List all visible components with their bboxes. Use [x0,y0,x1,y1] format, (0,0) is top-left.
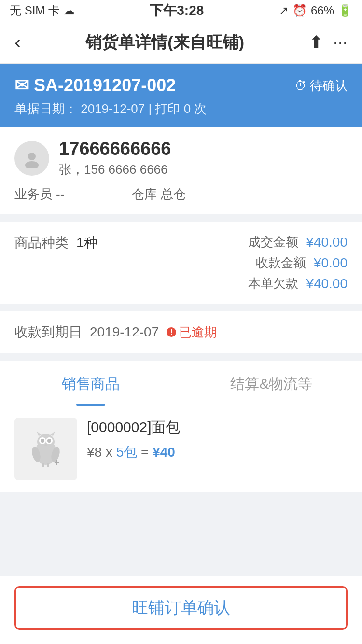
tabs-row: 销售商品 结算&物流等 [0,361,362,406]
print-info: 打印 0 次 [155,101,207,116]
location-icon: ↗ [279,4,289,17]
customer-meta: 业务员 -- 仓库 总仓 [14,186,348,203]
tabs-section: 销售商品 结算&物流等 [0,361,362,492]
overdue-badge: ! 已逾期 [167,324,217,341]
nav-bar: ‹ 销货单详情(来自旺铺) ⬆ ··· [0,21,362,64]
salesman-value: -- [56,187,64,202]
overdue-text: 已逾期 [179,324,217,341]
share-button[interactable]: ⬆ [309,32,323,53]
product-qty: 5包 [116,445,138,460]
status-text: 待确认 [310,77,348,94]
product-item: + [0000002]面包 ¥8 x 5包 = ¥40 [0,406,362,492]
product-info: [0000002]面包 ¥8 x 5包 = ¥40 [87,418,348,462]
deal-amount-label: 成交金额 [248,234,298,251]
svg-point-0 [28,153,36,160]
content-space [0,492,362,588]
customer-section: 17666666666 张，156 6666 6666 业务员 -- 仓库 总仓 [0,127,362,214]
order-date-row: 单据日期： 2019-12-07 | 打印 0 次 [14,100,348,117]
received-label: 收款金额 [256,254,306,271]
customer-name: 张，156 6666 6666 [59,161,171,178]
product-multiply: x [106,445,116,460]
due-date-label: 收款到期日 [14,323,82,341]
sim-status: 无 SIM 卡 ☁ [10,3,75,18]
status-right: ↗ ⏰ 66% 🔋 [279,4,352,17]
svg-point-6 [41,439,44,443]
product-price-row: ¥8 x 5包 = ¥40 [87,443,348,462]
product-thumbnail: + [14,418,77,480]
svg-point-1 [25,161,39,168]
overdue-icon: ! [167,327,176,337]
svg-text:+: + [54,457,60,468]
due-date-section: 收款到期日 2019-12-07 ! 已逾期 [0,311,362,353]
order-id-icon: ✉ [14,75,29,96]
product-name: [0000002]面包 [87,418,348,437]
status-time: 下午3:28 [150,1,204,20]
order-id-row: ✉ SA-20191207-002 [14,75,176,96]
bottom-bar: 旺铺订单确认 [0,576,362,644]
status-clock-icon: ⏱ [294,78,307,93]
confirm-order-button[interactable]: 旺铺订单确认 [14,586,348,630]
customer-phone: 17666666666 [59,139,171,159]
finance-section: 商品种类 1种 成交金额 ¥40.00 收款金额 ¥0.00 本单欠款 ¥40.… [0,222,362,304]
svg-marker-10 [50,431,55,436]
salesman-label: 业务员 [14,186,52,203]
deal-amount-value: ¥40.00 [306,235,348,250]
warehouse-value: 总仓 [161,186,186,203]
date-separator: | [148,101,155,116]
product-equals: = [141,445,153,460]
product-type-value: 1种 [76,234,97,252]
date-label: 单据日期： [14,101,77,116]
back-button[interactable]: ‹ [14,31,21,53]
warehouse-label: 仓库 [132,186,157,203]
status-left: 无 SIM 卡 ☁ [10,3,75,18]
order-id-text: SA-20191207-002 [34,75,176,96]
page-title: 销货单详情(来自旺铺) [85,31,244,54]
alarm-icon: ⏰ [292,4,307,17]
status-bar: 无 SIM 卡 ☁ 下午3:28 ↗ ⏰ 66% 🔋 [0,0,362,21]
balance-label: 本单欠款 [248,275,298,292]
order-header: ✉ SA-20191207-002 ⏱ 待确认 单据日期： 2019-12-07… [0,64,362,127]
more-button[interactable]: ··· [333,32,348,53]
avatar [14,141,49,176]
battery-level: 66% [311,4,334,17]
tab-settlement-logistics[interactable]: 结算&物流等 [181,361,362,406]
svg-rect-13 [42,463,44,467]
nav-actions: ⬆ ··· [309,32,348,53]
svg-rect-14 [47,463,49,467]
product-type-label: 商品种类 [14,234,69,252]
due-date-value: 2019-12-07 [90,324,159,340]
balance-value: ¥40.00 [306,276,348,292]
tab-sales-products[interactable]: 销售商品 [0,361,181,406]
product-total: ¥40 [153,445,175,460]
received-value: ¥0.00 [314,255,348,271]
order-date: 2019-12-07 [81,101,145,116]
svg-point-7 [47,439,51,443]
finance-amounts: 成交金额 ¥40.00 收款金额 ¥0.00 本单欠款 ¥40.00 [248,234,348,292]
svg-marker-9 [37,431,42,436]
order-status: ⏱ 待确认 [294,77,348,94]
product-type: 商品种类 1种 [14,234,97,252]
product-price: ¥8 [87,445,102,460]
battery-icon: 🔋 [338,4,352,17]
